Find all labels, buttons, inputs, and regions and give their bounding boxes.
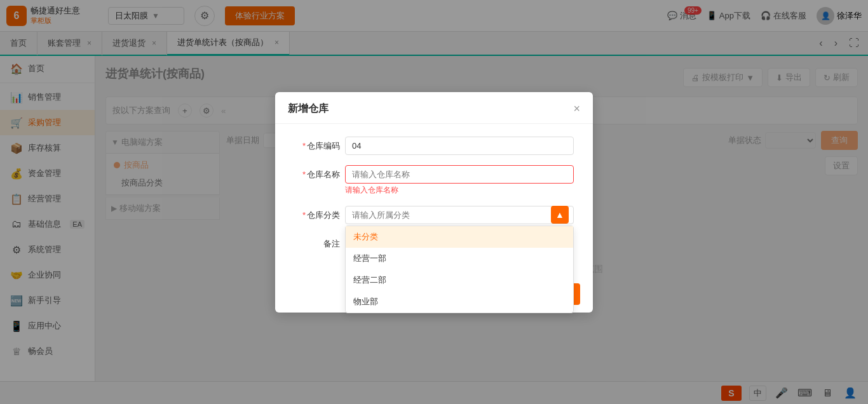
- modal-close-button[interactable]: ×: [573, 102, 580, 116]
- dropdown-item-dept2[interactable]: 经营二部: [346, 269, 573, 291]
- warehouse-code-label: 仓库编码: [294, 137, 345, 152]
- warehouse-category-wrapper: ▲ 未分类 经营一部 经营二部 物业部: [345, 206, 574, 224]
- dropdown-item-dept1[interactable]: 经营一部: [346, 248, 573, 269]
- dropdown-arrow-button[interactable]: ▲: [551, 206, 569, 224]
- warehouse-name-label: 仓库名称: [294, 165, 345, 180]
- warehouse-category-label: 仓库分类: [294, 206, 345, 221]
- remark-label: 备注: [294, 234, 345, 250]
- warehouse-name-wrapper: 请输入仓库名称: [345, 165, 574, 196]
- modal-body: 仓库编码 仓库名称 请输入仓库名称 仓库分类 ▲: [275, 124, 593, 276]
- category-dropdown-list: 未分类 经营一部 经营二部 物业部: [345, 226, 574, 313]
- form-row-warehouse-name: 仓库名称 请输入仓库名称: [294, 165, 574, 196]
- modal-header: 新增仓库 ×: [275, 92, 593, 124]
- warehouse-code-input[interactable]: [345, 137, 574, 155]
- modal-overlay: 新增仓库 × 仓库编码 仓库名称 请输入仓库名称 仓库分类: [0, 0, 868, 404]
- warehouse-name-input[interactable]: [345, 165, 574, 184]
- add-warehouse-modal: 新增仓库 × 仓库编码 仓库名称 请输入仓库名称 仓库分类: [275, 92, 593, 313]
- dropdown-item-uncategorized[interactable]: 未分类: [346, 226, 573, 248]
- form-row-warehouse-category: 仓库分类 ▲ 未分类 经营一部 经营二部 物业部: [294, 206, 574, 224]
- warehouse-code-wrapper: [345, 137, 574, 155]
- form-row-warehouse-code: 仓库编码: [294, 137, 574, 155]
- warehouse-name-error: 请输入仓库名称: [345, 185, 574, 196]
- dropdown-item-property[interactable]: 物业部: [346, 291, 573, 313]
- warehouse-category-input[interactable]: [345, 206, 574, 224]
- modal-title: 新增仓库: [288, 102, 329, 116]
